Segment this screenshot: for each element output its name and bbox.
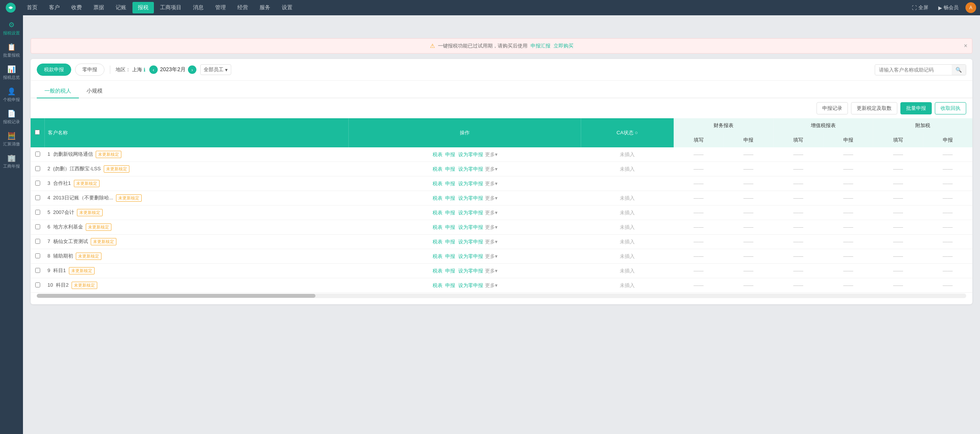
sidebar-item-tax-records[interactable]: 📄 报税记录 [1,106,22,128]
row-select-7[interactable] [35,253,40,258]
member-button[interactable]: ▶ 畅会员 [935,3,962,13]
prev-month-button[interactable]: ‹ [149,65,158,74]
row-checkbox-8[interactable] [31,264,44,278]
tax-form-link[interactable]: 税表 [433,210,443,215]
set-zero-link[interactable]: 设为零申报 [458,181,483,186]
tax-form-link[interactable]: 税表 [433,195,443,201]
tax-form-link[interactable]: 税表 [433,181,443,186]
banner-close-button[interactable]: × [964,42,967,49]
set-zero-link[interactable]: 设为零申报 [458,210,483,215]
declare-link[interactable]: 申报 [445,253,455,259]
row-checkbox-3[interactable] [31,191,44,206]
declare-link[interactable]: 申报 [445,268,455,274]
set-zero-link[interactable]: 设为零申报 [458,239,483,245]
nav-manage[interactable]: 管理 [210,2,231,13]
horizontal-scrollbar[interactable] [37,294,966,298]
nav-tax[interactable]: 报税 [132,2,154,13]
nav-service[interactable]: 服务 [254,2,276,13]
zero-declaration-tab[interactable]: 零申报 [75,64,105,76]
general-taxpayer-tab[interactable]: 一般的税人 [37,85,79,98]
declare-link[interactable]: 申报 [445,210,455,215]
more-link[interactable]: 更多▾ [485,195,498,201]
row-select-4[interactable] [35,210,40,215]
set-zero-link[interactable]: 设为零申报 [458,282,483,288]
set-zero-link[interactable]: 设为零申报 [458,253,483,259]
sidebar-item-personal-tax[interactable]: 👤 个税申报 [1,84,22,106]
more-link[interactable]: 更多▾ [485,268,498,274]
tax-form-link[interactable]: 税表 [433,268,443,274]
more-link[interactable]: 更多▾ [485,224,498,230]
nav-settings[interactable]: 设置 [276,2,298,13]
nav-message[interactable]: 消息 [188,2,209,13]
more-link[interactable]: 更多▾ [485,239,498,245]
update-tax-button[interactable]: 更新税定及取数 [851,102,897,114]
buy-now-link[interactable]: 立即购买 [554,42,573,49]
row-checkbox-0[interactable] [31,147,44,162]
batch-declare-button[interactable]: 批量申报 [900,102,932,114]
row-checkbox-6[interactable] [31,235,44,249]
nav-customer[interactable]: 客户 [44,2,65,13]
row-select-6[interactable] [35,239,40,244]
set-zero-link[interactable]: 设为零申报 [458,152,483,157]
more-link[interactable]: 更多▾ [485,152,498,157]
row-select-1[interactable] [35,166,40,171]
sidebar-item-annual-report[interactable]: 🏢 工商年报 [1,151,22,172]
row-select-2[interactable] [35,181,40,186]
row-select-9[interactable] [35,282,40,287]
declare-link[interactable]: 申报 [445,282,455,288]
row-checkbox-2[interactable] [31,176,44,191]
search-input[interactable] [875,65,952,75]
row-select-0[interactable] [35,152,40,157]
tax-form-link[interactable]: 税表 [433,224,443,230]
more-link[interactable]: 更多▾ [485,253,498,259]
sidebar-item-settlement[interactable]: 🧮 汇算清缴 [1,129,22,150]
more-link[interactable]: 更多▾ [485,181,498,186]
logo[interactable] [4,1,18,15]
tax-form-link[interactable]: 税表 [433,253,443,259]
more-link[interactable]: 更多▾ [485,210,498,215]
nav-biz[interactable]: 工商项目 [155,2,187,13]
set-zero-link[interactable]: 设为零申报 [458,224,483,230]
nav-home[interactable]: 首页 [21,2,43,13]
region-info-icon[interactable]: ℹ [144,67,145,73]
row-checkbox-5[interactable] [31,220,44,235]
set-zero-link[interactable]: 设为零申报 [458,195,483,201]
report-link[interactable]: 申报汇报 [531,42,550,49]
row-checkbox-9[interactable] [31,278,44,293]
staff-selector[interactable]: 全部员工 ▾ [200,64,231,75]
declare-link[interactable]: 申报 [445,166,455,172]
tax-form-link[interactable]: 税表 [433,152,443,157]
sidebar-item-batch-tax[interactable]: 📋 批量报税 [1,40,22,61]
tax-form-link[interactable]: 税表 [433,282,443,288]
nav-bookkeeping[interactable]: 记账 [110,2,132,13]
row-checkbox-7[interactable] [31,249,44,264]
declaration-record-button[interactable]: 申报记录 [817,102,848,114]
sidebar-item-tax-overview[interactable]: 📊 报税总览 [1,62,22,83]
tax-declaration-tab[interactable]: 税款申报 [37,64,71,76]
declare-link[interactable]: 申报 [445,239,455,245]
declare-link[interactable]: 申报 [445,181,455,186]
search-button[interactable]: 🔍 [952,65,966,75]
row-select-8[interactable] [35,268,40,273]
next-month-button[interactable]: › [188,65,196,74]
more-link[interactable]: 更多▾ [485,282,498,288]
declare-link[interactable]: 申报 [445,195,455,201]
set-zero-link[interactable]: 设为零申报 [458,166,483,172]
row-checkbox-4[interactable] [31,206,44,220]
fullscreen-button[interactable]: ⛶ 全屏 [909,3,931,13]
nav-invoice[interactable]: 票据 [88,2,109,13]
small-scale-tab[interactable]: 小规模 [79,85,110,98]
tax-form-link[interactable]: 税表 [433,166,443,172]
more-link[interactable]: 更多▾ [485,166,498,172]
set-zero-link[interactable]: 设为零申报 [458,268,483,274]
declare-link[interactable]: 申报 [445,152,455,157]
select-all-checkbox[interactable] [35,130,40,135]
collect-receipt-button[interactable]: 收取回执 [935,102,966,114]
row-checkbox-1[interactable] [31,162,44,176]
tax-form-link[interactable]: 税表 [433,239,443,245]
sidebar-item-tax-settings[interactable]: ⚙ 报税设置 [1,18,22,39]
row-select-3[interactable] [35,195,40,200]
declare-link[interactable]: 申报 [445,224,455,230]
nav-billing[interactable]: 收费 [66,2,87,13]
row-select-5[interactable] [35,224,40,229]
